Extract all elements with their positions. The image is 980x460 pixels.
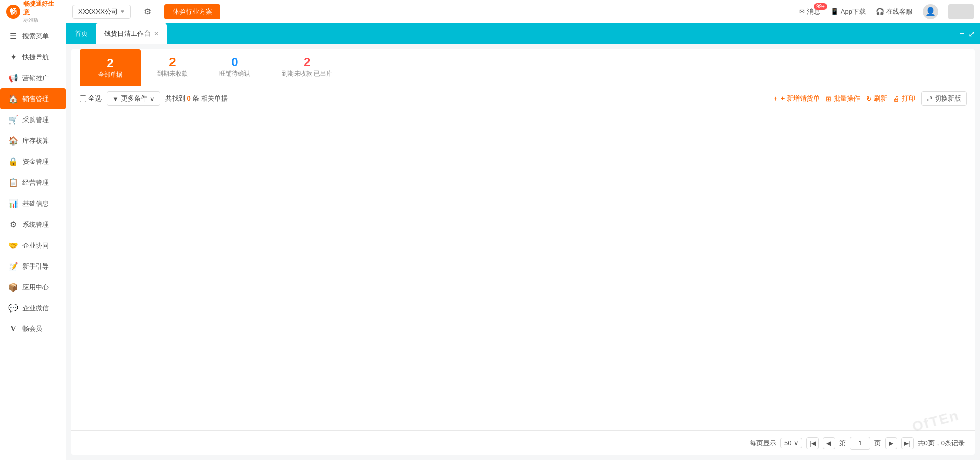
filter-button[interactable]: ▼ 更多条件 ∨ [107,91,160,106]
beginner-icon: 📝 [8,261,18,271]
settings-button[interactable]: ⚙ [140,4,155,19]
company-selector[interactable]: XXXXXX公司 ▼ [72,5,131,19]
tab-bar: 首页 钱货日清工作台 ✕ − ⤢ [66,23,980,44]
tab-expand-icon[interactable]: ⤢ [968,29,975,39]
page-input[interactable] [850,437,870,450]
sidebar-item-sales-mgmt[interactable]: 🏠 销售管理 [0,88,66,109]
toolbar-left: 全选 ▼ 更多条件 ∨ 共找到 0 条 相关单据 [80,91,228,106]
sidebar-item-label: 系统管理 [22,220,49,229]
sidebar-item-enterprise-wechat[interactable]: 💬 企业微信 [0,298,66,319]
workbench-panel: 2 全部单据 2 到期未收款 0 旺铺待确认 2 到期未收款 已出库 全选 [71,49,975,455]
new-sale-button[interactable]: ＋ + 新增销货单 [772,94,820,103]
select-all-input[interactable] [80,95,86,102]
related-label: 相关单据 [201,94,228,102]
sidebar-item-system-mgmt[interactable]: ⚙ 系统管理 [0,214,66,235]
header-right: ✉ 消息 99+ 📱 App下载 🎧 在线客服 👤 [799,4,974,19]
tab-workbench[interactable]: 钱货日清工作台 ✕ [96,23,167,44]
main-content: 2 全部单据 2 到期未收款 0 旺铺待确认 2 到期未收款 已出库 全选 [66,44,980,460]
sidebar-item-vip-member[interactable]: V 畅会员 [0,319,66,339]
switch-version-button[interactable]: ⇄ 切换新版 [921,91,967,106]
sidebar-item-label: 基础信息 [22,199,49,208]
sidebar: ☰ 搜索菜单 ✦ 快捷导航 📢 营销推广 🏠 销售管理 🛒 采购管理 🏠 库存核… [0,0,66,460]
last-page-button[interactable]: ▶| [901,437,914,449]
batch-op-button[interactable]: ⊞ 批量操作 [826,94,860,103]
stat-tab-overdue[interactable]: 2 到期未收款 [142,49,203,86]
stat-overdue-label: 到期未收款 [157,69,188,78]
page-size-chevron-icon: ∨ [794,439,799,447]
headset-icon: 🎧 [876,8,884,15]
purchase-icon: 🛒 [8,115,18,125]
switch-label: 切换新版 [935,94,961,103]
app-download-label: App下载 [841,7,866,16]
phone-icon: 📱 [830,8,839,15]
add-icon: ＋ [772,94,779,103]
filter-label: 更多条件 [121,94,148,103]
total-label: 共0页，0条记录 [918,439,965,448]
select-all-checkbox[interactable]: 全选 [80,94,102,103]
page-size-select[interactable]: 50 ∨ [780,438,802,448]
tab-home[interactable]: 首页 [66,23,96,44]
user-icon: 👤 [925,7,936,16]
prev-page-icon: ◀ [826,440,831,447]
sidebar-item-inventory[interactable]: 🏠 库存核算 [0,130,66,151]
sidebar-item-label: 库存核算 [22,136,49,146]
tab-bar-actions: − ⤢ [960,29,980,39]
stat-overdue-shipped-num: 2 [304,55,310,69]
sidebar-item-enterprise-coop[interactable]: 🤝 企业协同 [0,235,66,256]
page-label: 第 [839,439,846,448]
sidebar-item-search-menu[interactable]: ☰ 搜索菜单 [0,26,66,46]
basic-info-icon: 📊 [8,199,18,208]
sidebar-item-label: 采购管理 [22,115,49,125]
sidebar-item-marketing[interactable]: 📢 营销推广 [0,67,66,88]
sidebar-item-label: 新手引导 [22,262,49,271]
message-icon: ✉ [799,8,805,15]
sidebar-item-app-center[interactable]: 📦 应用中心 [0,277,66,298]
sidebar-item-label: 搜索菜单 [22,32,49,41]
first-page-button[interactable]: |◀ [806,437,819,449]
online-support-button[interactable]: 🎧 在线客服 [876,7,913,16]
stat-tab-overdue-shipped[interactable]: 2 到期未收款 已出库 [266,49,348,86]
chevron-down-icon: ▼ [120,9,125,14]
print-button[interactable]: 🖨 打印 [893,94,915,103]
print-label: 打印 [902,94,915,103]
sidebar-item-quick-nav[interactable]: ✦ 快捷导航 [0,46,66,67]
stat-overdue-num: 2 [169,55,176,69]
sidebar-item-basic-info[interactable]: 📊 基础信息 [0,193,66,214]
filter-icon: ▼ [112,95,119,103]
user-info [948,4,974,19]
user-menu[interactable] [948,4,974,19]
message-button[interactable]: ✉ 消息 99+ [799,7,820,16]
sidebar-item-operations[interactable]: 📋 经营管理 [0,172,66,193]
marketing-icon: 📢 [8,73,18,83]
next-page-button[interactable]: ▶ [885,437,897,449]
app-download-button[interactable]: 📱 App下载 [830,7,866,16]
found-count: 0 [187,94,191,102]
avatar[interactable]: 👤 [923,4,938,19]
quick-nav-icon: ✦ [8,52,18,62]
prev-page-button[interactable]: ◀ [823,437,835,449]
logo-icon: 畅 [6,5,20,19]
stat-tab-pending[interactable]: 0 旺铺待确认 [204,49,265,86]
found-unit: 条 [192,94,199,102]
wechat-icon: 💬 [8,303,18,313]
sidebar-item-label: 营销推广 [22,74,49,83]
new-sale-label: + 新增销货单 [781,94,820,103]
refresh-button[interactable]: ↻ 刷新 [866,94,887,103]
enterprise-coop-icon: 🤝 [8,240,18,250]
stats-tabs: 2 全部单据 2 到期未收款 0 旺铺待确认 2 到期未收款 已出库 [71,49,975,86]
capital-icon: 🔒 [8,157,18,166]
try-industry-button[interactable]: 体验行业方案 [164,4,220,19]
sidebar-item-purchase-mgmt[interactable]: 🛒 采购管理 [0,109,66,130]
batch-op-label: 批量操作 [834,94,860,103]
sidebar-item-label: 快捷导航 [22,53,49,62]
stat-tab-all[interactable]: 2 全部单据 [80,49,141,86]
tab-close-icon[interactable]: ✕ [154,30,159,37]
page-size-value: 50 [784,439,791,447]
company-name: XXXXXX公司 [78,7,118,16]
sidebar-item-beginner-guide[interactable]: 📝 新手引导 [0,256,66,277]
stat-all-num: 2 [107,56,113,70]
tab-minimize-icon[interactable]: − [960,29,964,38]
logo-text-block: 畅捷通好生意 标准版 [23,0,60,24]
sidebar-item-capital-mgmt[interactable]: 🔒 资金管理 [0,151,66,172]
next-page-icon: ▶ [889,440,893,447]
